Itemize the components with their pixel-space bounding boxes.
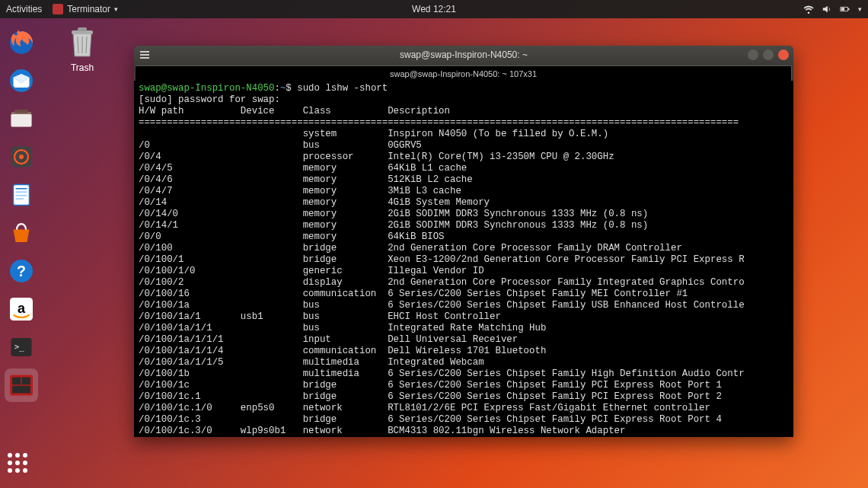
terminator-icon xyxy=(53,4,63,14)
terminal-tab[interactable]: swap@swap-Inspiron-N4050: ~ 107x31 xyxy=(136,65,792,81)
dock: ? a >_ xyxy=(0,18,43,488)
svg-rect-23 xyxy=(12,386,30,394)
svg-rect-3 xyxy=(11,114,32,127)
wifi-icon[interactable] xyxy=(803,4,814,14)
dock-amazon[interactable]: a xyxy=(5,292,38,326)
svg-point-7 xyxy=(19,155,24,159)
clock[interactable]: Wed 12:21 xyxy=(412,4,456,14)
svg-rect-12 xyxy=(16,195,27,196)
trash-label: Trash xyxy=(59,62,105,73)
dock-terminator[interactable] xyxy=(5,368,38,402)
svg-text:>_: >_ xyxy=(14,342,24,352)
window-title: swap@swap-Inspiron-N4050: ~ xyxy=(400,49,528,60)
dock-help[interactable]: ? xyxy=(5,254,38,288)
maximize-button[interactable] xyxy=(763,49,774,60)
app-menu[interactable]: Terminator ▾ xyxy=(53,4,118,14)
svg-rect-11 xyxy=(16,192,27,193)
terminator-window: swap@swap-Inspiron-N4050: ~ swap@swap-In… xyxy=(134,46,793,437)
svg-rect-31 xyxy=(140,57,149,59)
terminal-output[interactable]: swap@swap-Inspiron-N4050:~$ sudo lshw -s… xyxy=(134,81,793,437)
trash-icon xyxy=(67,26,97,59)
svg-rect-25 xyxy=(78,27,87,31)
svg-text:a: a xyxy=(18,301,26,316)
volume-icon[interactable] xyxy=(822,4,832,14)
minimize-button[interactable] xyxy=(748,49,758,60)
svg-rect-4 xyxy=(14,110,28,113)
dock-thunderbird[interactable] xyxy=(5,64,38,97)
trash-desktop-icon[interactable]: Trash xyxy=(59,26,105,73)
svg-rect-29 xyxy=(140,51,149,53)
activities-button[interactable]: Activities xyxy=(6,4,42,14)
close-button[interactable] xyxy=(778,49,789,60)
dock-software[interactable] xyxy=(5,216,38,250)
battery-icon[interactable] xyxy=(840,4,850,14)
svg-rect-22 xyxy=(22,378,30,385)
svg-text:?: ? xyxy=(17,263,26,279)
svg-rect-30 xyxy=(140,54,149,56)
svg-rect-13 xyxy=(16,199,24,200)
chevron-down-icon: ▾ xyxy=(114,5,118,13)
show-applications-button[interactable] xyxy=(8,453,35,480)
window-menu-icon[interactable] xyxy=(139,49,151,61)
window-titlebar[interactable]: swap@swap-Inspiron-N4050: ~ xyxy=(134,46,793,64)
svg-rect-10 xyxy=(16,188,27,190)
terminal-tabbar: swap@swap-Inspiron-N4050: ~ 107x31 xyxy=(134,64,793,81)
chevron-down-icon[interactable]: ▾ xyxy=(858,5,862,13)
dock-firefox[interactable] xyxy=(5,26,38,59)
gnome-topbar: Activities Terminator ▾ Wed 12:21 ▾ xyxy=(0,0,868,18)
dock-writer[interactable] xyxy=(5,178,38,212)
svg-rect-21 xyxy=(12,378,21,385)
dock-rhythmbox[interactable] xyxy=(5,140,38,174)
dock-terminal[interactable]: >_ xyxy=(5,330,38,364)
dock-files[interactable] xyxy=(5,102,38,136)
